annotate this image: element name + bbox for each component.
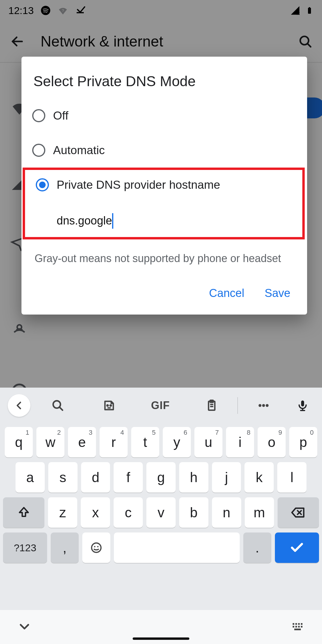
emoji-key[interactable]: [82, 532, 110, 563]
key-superscript: 5: [152, 429, 156, 436]
key-j[interactable]: j: [212, 462, 241, 493]
key-y[interactable]: y6: [163, 427, 191, 457]
kbd-clipboard-button[interactable]: [186, 388, 237, 423]
dns-option-automatic[interactable]: Automatic: [21, 133, 307, 168]
kbd-search-button[interactable]: [32, 388, 83, 423]
kbd-sticker-button[interactable]: [83, 388, 135, 423]
svg-rect-24: [295, 626, 297, 628]
key-t[interactable]: t5: [131, 427, 159, 457]
key-e[interactable]: e3: [68, 427, 96, 457]
system-nav-bar: [0, 610, 322, 644]
nav-keyboard-switch-button[interactable]: [291, 620, 304, 634]
comma-key[interactable]: ,: [51, 532, 79, 563]
period-key[interactable]: .: [243, 532, 271, 563]
emoji-icon: [90, 541, 103, 554]
key-a[interactable]: a: [16, 462, 45, 493]
svg-rect-23: [293, 626, 295, 628]
radio-label: Automatic: [53, 144, 105, 157]
space-key[interactable]: [114, 532, 240, 563]
key-v[interactable]: v: [146, 497, 176, 528]
backspace-icon: [291, 505, 306, 520]
key-f[interactable]: f: [114, 462, 143, 493]
key-superscript: 8: [247, 429, 250, 436]
radio-icon: [32, 109, 45, 122]
key-r[interactable]: r4: [100, 427, 128, 457]
svg-rect-19: [293, 623, 295, 625]
kbd-collapse-button[interactable]: [6, 388, 32, 423]
key-x[interactable]: x: [81, 497, 110, 528]
hostname-text: dns.google: [57, 214, 112, 227]
key-superscript: 3: [89, 429, 92, 436]
svg-rect-20: [295, 623, 297, 625]
svg-rect-25: [298, 626, 300, 628]
check-icon: [290, 540, 304, 555]
key-superscript: 9: [278, 429, 282, 436]
text-caret: [112, 213, 113, 229]
key-d[interactable]: d: [81, 462, 110, 493]
svg-rect-21: [298, 623, 300, 625]
kbd-mic-button[interactable]: [289, 388, 316, 423]
svg-point-14: [266, 404, 269, 407]
dns-option-hostname[interactable]: Private DNS provider hostname: [25, 170, 302, 200]
key-u[interactable]: u7: [194, 427, 222, 457]
shift-icon: [17, 506, 30, 519]
key-superscript: 2: [57, 429, 61, 436]
svg-rect-22: [301, 623, 303, 625]
key-m[interactable]: m: [245, 497, 274, 528]
soft-keyboard: GIF q1w2e3r4t5y6u7i8o9p0 asdfghjkl zxcvb…: [0, 388, 322, 644]
radio-icon: [32, 144, 45, 157]
keyboard-toolbar: GIF: [0, 388, 322, 423]
svg-point-12: [258, 404, 261, 407]
radio-selected-icon: [36, 178, 49, 191]
svg-rect-26: [301, 626, 303, 628]
cancel-button[interactable]: Cancel: [209, 287, 244, 300]
key-n[interactable]: n: [212, 497, 241, 528]
kbd-gif-button[interactable]: GIF: [135, 388, 186, 423]
radio-label: Private DNS provider hostname: [57, 178, 220, 191]
kbd-more-button[interactable]: [238, 388, 289, 423]
enter-key[interactable]: [275, 532, 319, 563]
gesture-handle[interactable]: [133, 637, 189, 640]
key-superscript: 1: [26, 429, 29, 436]
save-button[interactable]: Save: [264, 287, 290, 300]
svg-point-18: [97, 546, 99, 547]
key-superscript: 0: [310, 429, 314, 436]
symbols-key[interactable]: ?123: [3, 532, 47, 563]
key-q[interactable]: q1: [5, 427, 33, 457]
svg-rect-27: [294, 628, 301, 630]
key-z[interactable]: z: [48, 497, 77, 528]
dialog-title: Select Private DNS Mode: [21, 73, 307, 98]
key-superscript: 7: [215, 429, 219, 436]
private-dns-dialog: Select Private DNS Mode Off Automatic Pr…: [21, 57, 307, 315]
svg-point-13: [262, 404, 265, 407]
key-h[interactable]: h: [179, 462, 208, 493]
radio-label: Off: [53, 109, 68, 122]
key-w[interactable]: w2: [36, 427, 64, 457]
shift-key[interactable]: [3, 497, 44, 528]
svg-point-9: [110, 405, 111, 406]
svg-point-16: [92, 543, 101, 552]
nav-down-button[interactable]: [18, 620, 31, 634]
dns-option-off[interactable]: Off: [21, 98, 307, 133]
highlight-annotation: Private DNS provider hostname dns.google: [23, 168, 305, 239]
svg-point-8: [107, 405, 108, 406]
svg-point-17: [94, 546, 95, 547]
key-p[interactable]: p0: [289, 427, 317, 457]
key-k[interactable]: k: [244, 462, 274, 493]
hostname-input[interactable]: dns.google: [57, 210, 299, 231]
dialog-helper-text: Gray-out means not supported by phone or…: [21, 239, 307, 266]
key-c[interactable]: c: [114, 497, 143, 528]
svg-rect-15: [301, 400, 304, 406]
key-superscript: 4: [120, 429, 124, 436]
key-g[interactable]: g: [146, 462, 176, 493]
key-o[interactable]: o9: [258, 427, 286, 457]
key-l[interactable]: l: [277, 462, 306, 493]
key-i[interactable]: i8: [226, 427, 254, 457]
key-superscript: 6: [184, 429, 187, 436]
key-b[interactable]: b: [179, 497, 208, 528]
backspace-key[interactable]: [278, 497, 319, 528]
key-s[interactable]: s: [48, 462, 78, 493]
